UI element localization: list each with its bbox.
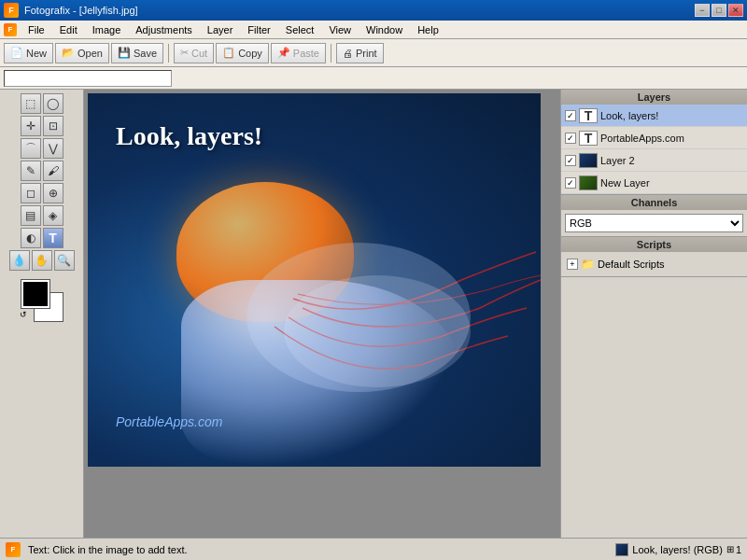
layer-name-3: New Layer xyxy=(600,177,650,189)
zoom-tool[interactable]: 🔍 xyxy=(54,250,75,271)
clone-tool[interactable]: ⊕ xyxy=(43,183,63,203)
menu-layer[interactable]: Layer xyxy=(200,22,241,37)
channels-section: Channels RGB Red Green Blue xyxy=(561,195,747,237)
close-button[interactable]: ✕ xyxy=(728,4,743,17)
rect-select-tool[interactable]: ⬚ xyxy=(21,93,41,114)
status-layer-icon xyxy=(615,543,628,556)
separator-2 xyxy=(331,44,331,63)
canvas-image[interactable]: Look, layers! PortableApps.com xyxy=(88,93,541,467)
canvas-text-look: Look, layers! xyxy=(116,121,262,151)
main-area: ⬚ ◯ ✛ ⊡ ⌒ ⋁ ✎ 🖌 ◻ ⊕ ▤ ◈ ◐ T 💧 ✋ xyxy=(0,90,747,538)
restore-button[interactable]: □ xyxy=(712,4,726,17)
menu-select[interactable]: Select xyxy=(278,22,322,37)
layer-item-0[interactable]: ✓ T Look, layers! xyxy=(561,105,747,127)
ellipse-select-tool[interactable]: ◯ xyxy=(43,93,63,114)
status-right: Look, layers! (RGB) ⊞ 1 xyxy=(615,543,741,556)
zoom-area: ⊞ 1 xyxy=(726,544,741,555)
minimize-button[interactable]: − xyxy=(695,4,710,17)
window-controls: − □ ✕ xyxy=(695,4,743,17)
options-bar xyxy=(0,67,747,90)
menu-app-icon: F xyxy=(4,23,17,36)
svg-point-1 xyxy=(284,275,471,387)
pencil-tool[interactable]: ✎ xyxy=(21,161,41,181)
channels-header: Channels xyxy=(561,195,747,210)
status-bar: F Text: Click in the image to add text. … xyxy=(0,538,747,560)
fill-tool[interactable]: ◈ xyxy=(43,205,63,226)
tools-panel: ⬚ ◯ ✛ ⊡ ⌒ ⋁ ✎ 🖌 ◻ ⊕ ▤ ◈ ◐ T 💧 ✋ xyxy=(0,90,84,538)
menu-image[interactable]: Image xyxy=(85,22,129,37)
dodge-tool[interactable]: ◐ xyxy=(21,228,41,248)
separator-1 xyxy=(168,44,169,63)
canvas-inner: Look, layers! PortableApps.com xyxy=(84,90,560,470)
zoom-icon: ⊞ xyxy=(726,544,734,554)
menu-bar: F File Edit Image Adjustments Layer Filt… xyxy=(0,21,747,39)
scripts-area: + 📁 Default Scripts xyxy=(561,252,747,276)
scripts-section: Scripts + 📁 Default Scripts xyxy=(561,237,747,277)
layer-item-1[interactable]: ✓ T PortableApps.com xyxy=(561,127,747,149)
tool-row-3: ⌒ ⋁ xyxy=(21,138,63,159)
layer-item-2[interactable]: ✓ Layer 2 xyxy=(561,149,747,172)
canvas-area[interactable]: Look, layers! PortableApps.com xyxy=(84,90,560,538)
open-button[interactable]: 📂 Open xyxy=(55,43,109,63)
gradient-tool[interactable]: ▤ xyxy=(21,205,41,226)
layer-name-0: Look, layers! xyxy=(600,110,658,121)
open-icon: 📂 xyxy=(62,47,75,59)
eyedropper-tool[interactable]: 💧 xyxy=(9,250,30,271)
cut-button[interactable]: ✂ Cut xyxy=(174,43,214,63)
menu-filter[interactable]: Filter xyxy=(240,22,277,37)
hand-tool[interactable]: ✋ xyxy=(32,250,52,271)
layer-thumb-3 xyxy=(579,175,598,190)
lasso-tool[interactable]: ⌒ xyxy=(21,138,41,159)
layer-check-2[interactable]: ✓ xyxy=(565,155,576,166)
layer-check-1[interactable]: ✓ xyxy=(565,133,576,144)
menu-window[interactable]: Window xyxy=(359,22,410,37)
text-tool[interactable]: T xyxy=(43,228,63,248)
tool-row-6: ▤ ◈ xyxy=(21,205,63,226)
print-button[interactable]: 🖨 Print xyxy=(336,43,384,63)
default-scripts-item[interactable]: + 📁 Default Scripts xyxy=(565,256,743,273)
new-icon: 📄 xyxy=(10,47,23,59)
menu-file[interactable]: File xyxy=(21,22,52,37)
foreground-color-swatch[interactable] xyxy=(21,280,49,308)
canvas-scroll[interactable]: Look, layers! PortableApps.com xyxy=(84,90,560,538)
layer-item-3[interactable]: ✓ New Layer xyxy=(561,172,747,194)
reset-colors-icon[interactable]: ↺ xyxy=(20,310,66,319)
zoom-level: 1 xyxy=(736,544,741,555)
layer-name-1: PortableApps.com xyxy=(600,133,684,144)
menu-adjustments[interactable]: Adjustments xyxy=(128,22,200,37)
save-icon: 💾 xyxy=(118,47,131,59)
eraser-tool[interactable]: ◻ xyxy=(21,183,41,203)
menu-help[interactable]: Help xyxy=(410,22,446,37)
tool-row-2: ✛ ⊡ xyxy=(21,116,63,136)
paste-button[interactable]: 📌 Paste xyxy=(271,43,326,63)
polygon-lasso-tool[interactable]: ⋁ xyxy=(43,138,63,159)
new-button[interactable]: 📄 New xyxy=(4,43,53,63)
folder-icon: 📁 xyxy=(581,258,595,271)
move-tool[interactable]: ✛ xyxy=(21,116,41,136)
app-icon: F xyxy=(4,3,19,18)
scripts-header: Scripts xyxy=(561,237,747,252)
layer-check-0[interactable]: ✓ xyxy=(565,110,576,121)
transform-tool[interactable]: ⊡ xyxy=(43,116,63,136)
copy-button[interactable]: 📋 Copy xyxy=(216,43,269,63)
channel-select[interactable]: RGB Red Green Blue xyxy=(565,214,743,232)
default-scripts-label: Default Scripts xyxy=(598,259,665,270)
brush-tool[interactable]: 🖌 xyxy=(43,161,63,181)
layers-header: Layers xyxy=(561,90,747,105)
tool-row-4: ✎ 🖌 xyxy=(21,161,63,181)
save-button[interactable]: 💾 Save xyxy=(111,43,163,63)
layer-check-3[interactable]: ✓ xyxy=(565,177,576,189)
layer-thumb-2 xyxy=(579,153,598,168)
menu-edit[interactable]: Edit xyxy=(52,22,85,37)
paste-icon: 📌 xyxy=(277,47,290,59)
options-input[interactable] xyxy=(4,70,172,87)
tool-row-5: ◻ ⊕ xyxy=(21,183,63,203)
window-title: Fotografix - [Jellyfish.jpg] xyxy=(24,5,138,16)
channels-area: RGB Red Green Blue xyxy=(561,210,747,236)
copy-icon: 📋 xyxy=(222,47,235,59)
menu-view[interactable]: View xyxy=(321,22,359,37)
status-text: Text: Click in the image to add text. xyxy=(28,544,188,555)
cut-icon: ✂ xyxy=(180,47,189,59)
toolbar: 📄 New 📂 Open 💾 Save ✂ Cut 📋 Copy 📌 Paste… xyxy=(0,39,747,67)
expand-scripts-button[interactable]: + xyxy=(567,259,578,270)
